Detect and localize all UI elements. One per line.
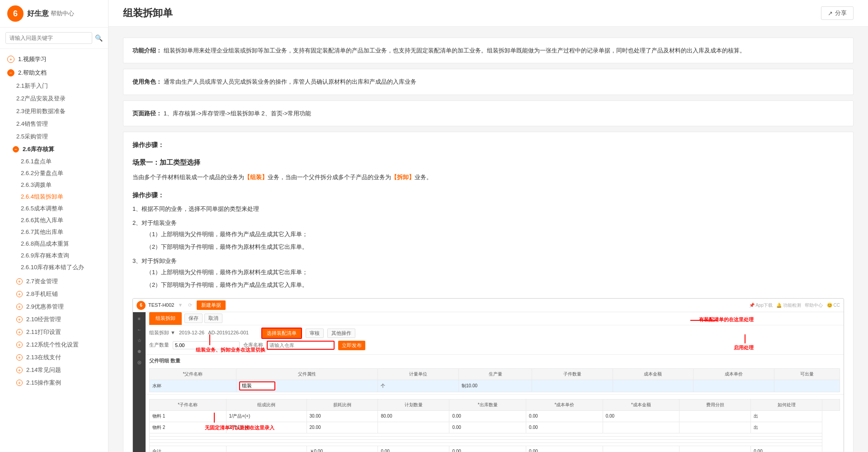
step2-text: 2、对于组装业务	[132, 218, 844, 229]
confirm-button[interactable]: 立即发布	[338, 341, 365, 350]
sidebar-item-cost[interactable]: 2.6.5成本调整单	[0, 203, 108, 214]
plus-icon-coupon: +	[16, 304, 23, 310]
sidebar-item-goods-cost[interactable]: 2.6.8商品成本重算	[0, 238, 108, 250]
col-parent-qty: 生产量	[459, 368, 532, 380]
sub-table-row-3	[150, 433, 840, 436]
sidebar-item-new[interactable]: 2.1新手入门	[0, 80, 108, 92]
nav-icon-5: ◎	[137, 358, 142, 366]
sidebar-item-purchase[interactable]: 2.5采购管理	[0, 130, 108, 143]
sidebar-item-faq[interactable]: + 2.14常见问题	[0, 364, 108, 376]
app-parent-table-section: 父件明细 数量 *父件名称 父件属性 计量单位 生产量 子件数量	[146, 355, 844, 395]
sub-table: *子件名称 组成比例 损耗比例 计划数量 *出库数量 *成本单价 *成本金额 费…	[149, 399, 840, 452]
sidebar-item-mobile[interactable]: + 2.8手机旺铺	[0, 288, 108, 300]
sub-col-3: 损耗比例	[307, 399, 378, 410]
sidebar-item-stock-check[interactable]: 2.6.9库存账本查询	[0, 250, 108, 262]
sub-cell-loss-1: 30.00	[307, 410, 378, 422]
sub-empty-4	[150, 436, 822, 439]
btn-save[interactable]: 保存	[184, 314, 203, 323]
sub-cell-ratio-1: 1/产品+(+)	[226, 410, 307, 422]
sub-cell-share-1	[679, 410, 751, 422]
sub-footer-1	[226, 446, 307, 452]
sub-cell-name-2: 物料 2	[150, 422, 226, 433]
sidebar-item-docs[interactable]: − 2.帮助文档	[0, 66, 108, 80]
search-icon[interactable]: 🔍	[95, 34, 103, 42]
sidebar-item-out-other[interactable]: 2.6.7其他出库单	[0, 226, 108, 238]
cell-cost-price	[693, 380, 774, 392]
sidebar-faq-label: 2.14常见问题	[26, 366, 61, 374]
table-row: 水杯 个 制10.00	[150, 380, 840, 392]
plus-icon-custom: +	[16, 342, 23, 348]
btn-other[interactable]: 其他操作	[327, 328, 355, 338]
col-parent-attr: 父件属性	[236, 368, 378, 380]
sub-footer-6	[603, 446, 679, 452]
sub-footer-3: 0.00	[378, 446, 449, 452]
path-card: 页面路径： 1、库存核算->库存管理->组装拆卸单 2、首页->常用功能	[123, 100, 854, 126]
form-store-label: 仓库名称	[243, 341, 263, 350]
scene1-desc: 当由多个子件材料组装成一个成品的业务为【组装】业务，当由一个父件拆分成多个子产品…	[132, 172, 844, 183]
sidebar-item-ops[interactable]: + 2.10经营管理	[0, 313, 108, 326]
plus-icon-faq: +	[16, 367, 23, 373]
sidebar-item-coupon[interactable]: + 2.9优惠券管理	[0, 300, 108, 313]
search-box[interactable]: 🔍	[0, 28, 108, 49]
nav-icon-3: ☆	[137, 337, 142, 345]
parent-table: *父件名称 父件属性 计量单位 生产量 子件数量 成本金额 成本单价 可出量	[149, 368, 840, 392]
app-left-nav: ≡ ← ☆ ⊕ ◎	[133, 312, 146, 452]
sidebar: 6 好生意 帮助中心 🔍 + 1.视频学习 − 2.帮助文档 2.1新手入门 2…	[0, 0, 108, 452]
btn-approve[interactable]: 审核	[306, 328, 324, 338]
sidebar-item-finance[interactable]: + 2.7资金管理	[0, 275, 108, 288]
sidebar-item-case[interactable]: + 2.15操作案例	[0, 376, 108, 389]
sidebar-item-pay[interactable]: + 2.13在线支付	[0, 351, 108, 364]
tab-assembly[interactable]: 组装拆卸	[149, 312, 182, 325]
sub-table-row-4	[150, 436, 840, 439]
nav-tree: + 1.视频学习 − 2.帮助文档 2.1新手入门 2.2产品安装及登录 2.3…	[0, 49, 108, 452]
brand-name: 好生意	[27, 9, 49, 19]
ops-title: 操作步骤：	[132, 139, 844, 151]
top-bar: 组装拆卸单 ↗ 分享	[108, 0, 868, 27]
sidebar-stock-label: 2.6库存核算	[23, 145, 54, 153]
search-input[interactable]	[5, 32, 92, 44]
sidebar-item-video[interactable]: + 1.视频学习	[0, 52, 108, 66]
sidebar-item-count[interactable]: 2.6.1盘点单	[0, 156, 108, 167]
share-button[interactable]: ↗ 分享	[821, 6, 854, 20]
btn-cancel[interactable]: 取消	[204, 314, 222, 323]
sidebar-item-in-other[interactable]: 2.6.6其他入库单	[0, 214, 108, 226]
sub-cell-out-2: 0.00	[449, 422, 526, 433]
intro-text: 组装拆卸单用来处理企业组装或拆卸等加工业务，支持有固定装配清单的产品加工业务，也…	[164, 47, 745, 54]
col-parent-unit: 计量单位	[378, 368, 459, 380]
sidebar-item-custom[interactable]: + 2.12系统个性化设置	[0, 338, 108, 351]
form-produce-label: 生产数量	[149, 341, 169, 350]
sub-empty-5	[150, 439, 822, 442]
form-no-label: AD-20191226-001	[208, 328, 249, 338]
sidebar-item-partial[interactable]: 2.6.2分量盘点单	[0, 167, 108, 179]
sub-col-1: *子件名称	[150, 399, 226, 410]
sidebar-item-data[interactable]: 2.3使用前数据准备	[0, 105, 108, 118]
sidebar-item-sales[interactable]: 2.4销售管理	[0, 118, 108, 130]
new-order-button[interactable]: 新建单据	[197, 300, 226, 310]
step2-2-text: （2）下部明细为子件明细，最终作为原材料生成其它出库单。	[146, 242, 844, 253]
config-list-button[interactable]: 选择装配清单	[261, 328, 302, 339]
type-select[interactable]	[239, 381, 275, 390]
path-text: 1、库存核算->库存管理->组装拆卸单 2、首页->常用功能	[164, 110, 311, 117]
step3-text: 3、对于拆卸业务	[132, 256, 844, 267]
app-icons-right: 📌 App下载 🔔 功能检测 帮助中心 😊 CC	[749, 301, 840, 309]
sidebar-header: 6 好生意 帮助中心	[0, 0, 108, 28]
sub-cell-price-2: 0.00	[526, 422, 603, 433]
sidebar-item-print[interactable]: + 2.11打印设置	[0, 326, 108, 338]
cell-avail	[774, 380, 840, 392]
sidebar-item-install[interactable]: 2.2产品安装及登录	[0, 92, 108, 105]
sidebar-print-label: 2.11打印设置	[26, 328, 61, 336]
intro-label: 功能介绍：	[132, 47, 162, 54]
step2-1-text: （1）上部明细为父件明细，最终作为产成品生成其它入库单；	[146, 229, 844, 240]
app-tab-bar: 组装拆卸 保存 取消	[146, 312, 844, 325]
sidebar-item-adjust[interactable]: 2.6.3调拨单	[0, 179, 108, 191]
sidebar-item-stock-err[interactable]: 2.6.10库存账本错了么办	[0, 262, 108, 273]
sub-footer-8: 0.00	[751, 446, 822, 452]
ops-steps-subtitle: 操作步骤：	[132, 190, 844, 201]
sidebar-item-stock[interactable]: − 2.6库存核算	[0, 143, 108, 156]
produce-qty-input[interactable]	[173, 341, 240, 349]
sub-footer-7	[679, 446, 751, 452]
sidebar-item-assembly[interactable]: 2.6.4组装拆卸单	[0, 191, 108, 203]
minus-icon-stock: −	[13, 146, 19, 152]
store-input[interactable]	[267, 341, 335, 350]
sub-cell-ratio-2: 2/产品+(+)	[226, 422, 307, 433]
